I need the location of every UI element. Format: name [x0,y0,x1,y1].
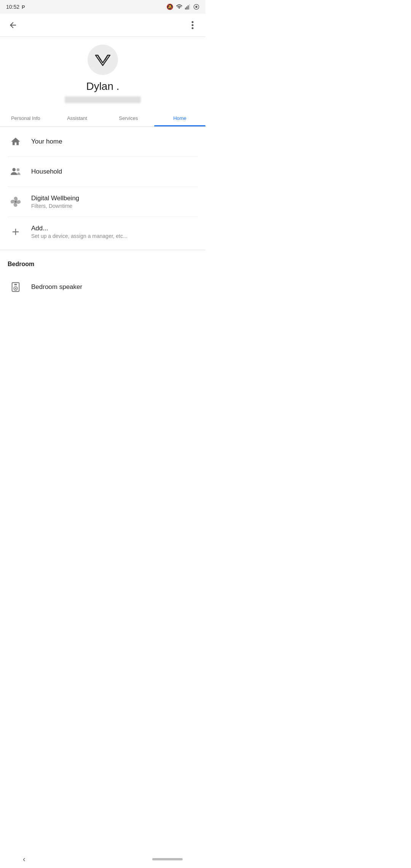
target-icon [193,4,199,10]
time-display: 10:52 [6,4,19,10]
wifi-icon [176,4,183,10]
svg-rect-0 [185,8,186,10]
bedroom-speaker-title: Bedroom speaker [31,283,82,291]
status-right: 🔕 [166,3,199,10]
your-home-title: Your home [31,138,62,145]
list-item-digital-wellbeing[interactable]: Digital Wellbeing Filters, Downtime [0,187,206,217]
fan-icon [8,194,24,210]
tab-personal-info[interactable]: Personal Info [0,110,51,126]
svg-marker-9 [96,55,110,65]
household-title: Household [31,168,62,176]
svg-point-11 [17,168,20,171]
digital-wellbeing-subtitle: Filters, Downtime [31,203,79,209]
svg-point-15 [15,288,16,289]
svg-point-6 [192,21,194,23]
home-icon [8,134,24,150]
home-list: Your home Household [0,127,206,247]
avatar-logo-icon [93,52,112,67]
bedroom-section: Bedroom Bedroom speaker [0,253,206,302]
bell-muted-icon: 🔕 [166,3,174,10]
avatar [88,45,118,75]
list-item-bedroom-speaker[interactable]: Bedroom speaker [0,272,206,302]
people-icon [8,164,24,180]
svg-point-10 [12,168,16,171]
list-item-add[interactable]: Add... Set up a device, assign a manager… [0,217,206,247]
plus-icon [8,224,24,240]
app-bar [0,14,206,37]
profile-email [65,96,141,103]
more-options-button[interactable] [186,18,199,32]
tab-assistant[interactable]: Assistant [51,110,103,126]
status-bar: 10:52 P 🔕 [0,0,206,14]
speaker-icon [8,279,24,295]
status-left: 10:52 P [6,4,25,10]
add-title: Add... [31,225,127,232]
svg-point-12 [15,201,17,203]
tabs-container: Personal Info Assistant Services Home [0,110,206,127]
list-item-your-home[interactable]: Your home [0,127,206,156]
your-home-text: Your home [31,138,62,145]
spacer [0,302,206,348]
digital-wellbeing-title: Digital Wellbeing [31,195,79,202]
add-subtitle: Set up a device, assign a manager, etc..… [31,233,127,239]
svg-rect-16 [14,284,17,286]
svg-rect-2 [188,5,188,10]
signal-icon [185,4,191,10]
svg-point-8 [192,27,194,29]
svg-point-7 [192,24,194,26]
svg-rect-1 [186,6,187,10]
back-button[interactable] [6,18,20,32]
profile-section: Dylan . [0,37,206,110]
bedroom-speaker-text: Bedroom speaker [31,283,82,291]
svg-rect-3 [189,4,190,10]
household-text: Household [31,168,62,176]
svg-point-5 [195,6,197,8]
section-divider [0,250,206,250]
tab-services[interactable]: Services [103,110,154,126]
list-item-household[interactable]: Household [0,157,206,187]
tab-home[interactable]: Home [154,110,206,126]
digital-wellbeing-text: Digital Wellbeing Filters, Downtime [31,195,79,209]
bedroom-section-header: Bedroom [0,253,206,272]
profile-name: Dylan . [86,80,119,93]
add-text: Add... Set up a device, assign a manager… [31,225,127,239]
parking-icon: P [22,4,25,10]
